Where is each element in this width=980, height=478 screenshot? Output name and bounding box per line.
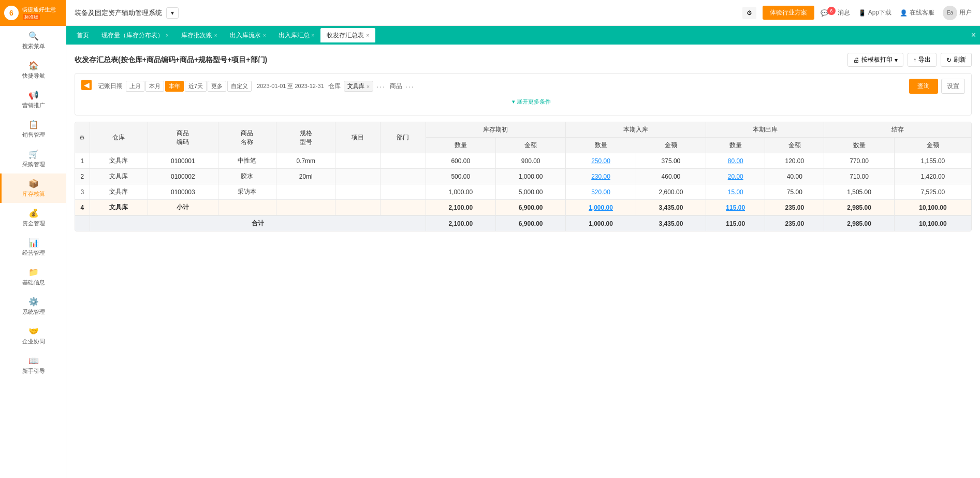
date-btn-7days[interactable]: 近7天 bbox=[185, 81, 207, 92]
sidebar-item-newbie[interactable]: 📖 新手引导 bbox=[0, 351, 66, 380]
sidebar-item-sales[interactable]: 📋 销售管理 bbox=[0, 114, 66, 144]
tab-batch-ledger-close[interactable]: × bbox=[214, 33, 217, 38]
logo-icon: 6 bbox=[4, 6, 19, 20]
sidebar-item-quicknav[interactable]: 🏠 快捷导航 bbox=[0, 55, 66, 85]
filter-toggle-button[interactable]: ◀ bbox=[81, 80, 92, 90]
app-download-action[interactable]: 📱 App下载 bbox=[858, 8, 891, 17]
date-btn-custom[interactable]: 自定义 bbox=[227, 81, 252, 92]
row2-bal-amt: 1,420.00 bbox=[894, 169, 971, 184]
warehouse-tag-label: 文具库 bbox=[347, 82, 364, 90]
export-button[interactable]: ↑ 导出 bbox=[908, 53, 937, 67]
row3-bal-amt: 7,525.00 bbox=[894, 184, 971, 200]
warehouse-more[interactable]: ··· bbox=[376, 82, 386, 91]
system-icon: ⚙️ bbox=[28, 297, 39, 307]
tab-inventory-dist-label: 现存量（库存分布表） bbox=[101, 31, 164, 40]
expand-conditions-button[interactable]: ▾ 展开更多条件 bbox=[512, 98, 551, 106]
row3-out-qty[interactable]: 15.00 bbox=[706, 184, 765, 200]
total-out-qty: 115.00 bbox=[706, 215, 765, 231]
row2-out-qty[interactable]: 20.00 bbox=[706, 169, 765, 184]
row3-in-qty-link[interactable]: 520.00 bbox=[591, 189, 610, 196]
date-btn-this-month[interactable]: 本月 bbox=[145, 81, 164, 92]
tab-summary-close[interactable]: × bbox=[312, 33, 315, 38]
sidebar-item-base[interactable]: 📁 基础信息 bbox=[0, 262, 66, 292]
sidebar-item-inventory[interactable]: 📦 库存核算 bbox=[0, 173, 66, 203]
tab-batch-ledger[interactable]: 库存批次账 × bbox=[175, 28, 224, 42]
date-btn-more[interactable]: 更多 bbox=[208, 81, 226, 92]
tab-inventory-dist[interactable]: 现存量（库存分布表） × bbox=[95, 28, 175, 42]
page-actions: 🖨 按模板打印 ▾ ↑ 导出 ↻ 刷新 bbox=[847, 53, 972, 67]
row2-out-amt: 40.00 bbox=[765, 169, 824, 184]
sidebar-item-finance[interactable]: 💰 资金管理 bbox=[0, 203, 66, 233]
date-filter-label: 记账日期 bbox=[98, 82, 123, 91]
tab-flow-label: 出入库流水 bbox=[230, 31, 261, 40]
filter-settings-button[interactable]: 设置 bbox=[941, 79, 965, 94]
online-service-label: 在线客服 bbox=[910, 8, 934, 17]
row1-in-qty-link[interactable]: 250.00 bbox=[591, 157, 610, 165]
goods-more[interactable]: ··· bbox=[405, 82, 415, 91]
subtotal-bal-qty: 2,985.00 bbox=[824, 200, 894, 216]
demo-button[interactable]: 体验行业方案 bbox=[763, 6, 814, 20]
col-opening-header: 库存期初 bbox=[426, 122, 566, 138]
tab-receipt-summary[interactable]: 收发存汇总表 × bbox=[320, 28, 375, 42]
col-in-qty-header: 数量 bbox=[566, 138, 636, 153]
user-action[interactable]: Ea 用户 bbox=[943, 6, 972, 20]
row3-open-qty: 1,000.00 bbox=[426, 184, 495, 200]
row1-out-qty-link[interactable]: 80.00 bbox=[728, 157, 743, 165]
row1-in-qty[interactable]: 250.00 bbox=[566, 153, 636, 169]
main-area: 装备及固定资产辅助管理系统 ▾ ⚙ 体验行业方案 💬 6 消息 📱 App下载 … bbox=[66, 0, 980, 478]
sidebar-item-operations[interactable]: 📊 经营管理 bbox=[0, 233, 66, 262]
sidebar-item-enterprise[interactable]: 🤝 企业协同 bbox=[0, 321, 66, 351]
subtotal-out-qty-link[interactable]: 115.00 bbox=[726, 204, 745, 211]
col-out-amt-header: 金额 bbox=[765, 138, 824, 153]
date-btn-last-month[interactable]: 上月 bbox=[126, 81, 144, 92]
settings-button[interactable]: ⚙ bbox=[742, 7, 756, 19]
row2-out-qty-link[interactable]: 20.00 bbox=[728, 173, 743, 180]
date-btn-this-year[interactable]: 本年 bbox=[165, 81, 184, 92]
col-open-qty-header: 数量 bbox=[426, 138, 495, 153]
col-balance-header: 结存 bbox=[824, 122, 971, 138]
subtotal-in-qty-link[interactable]: 1,000.00 bbox=[589, 204, 613, 211]
subtotal-in-qty[interactable]: 1,000.00 bbox=[566, 200, 636, 216]
filter-group-date: 记账日期 上月 本月 本年 近7天 更多 自定义 2023-01-01 至 20… bbox=[98, 81, 324, 92]
sidebar-item-search[interactable]: 🔍 搜索菜单 bbox=[0, 26, 66, 55]
row3-in-qty[interactable]: 520.00 bbox=[566, 184, 636, 200]
total-open-amt: 6,900.00 bbox=[495, 215, 565, 231]
row2-open-qty: 500.00 bbox=[426, 169, 495, 184]
tab-home[interactable]: 首页 bbox=[70, 28, 95, 42]
topbar-actions: 💬 6 消息 📱 App下载 👤 在线客服 Ea 用户 bbox=[821, 6, 972, 20]
newbie-icon: 📖 bbox=[28, 356, 39, 366]
col-settings-header[interactable]: ⚙ bbox=[75, 122, 90, 153]
online-service-action[interactable]: 👤 在线客服 bbox=[900, 8, 934, 17]
close-all-tabs[interactable]: × bbox=[971, 31, 976, 40]
subtotal-out-qty[interactable]: 115.00 bbox=[706, 200, 765, 216]
content-area: 收发存汇总表(按仓库+商品编码+商品+规格型号+项目+部门) 🖨 按模板打印 ▾… bbox=[66, 45, 980, 478]
row2-bal-qty: 710.00 bbox=[824, 169, 894, 184]
row3-in-amt: 2,600.00 bbox=[636, 184, 706, 200]
tab-receipt-summary-close[interactable]: × bbox=[366, 33, 369, 38]
row3-out-qty-link[interactable]: 15.00 bbox=[728, 189, 743, 196]
tab-flow[interactable]: 出入库流水 × bbox=[224, 28, 272, 42]
col-open-amt-header: 金额 bbox=[495, 138, 565, 153]
refresh-icon: ↻ bbox=[946, 56, 952, 64]
finance-icon: 💰 bbox=[28, 208, 39, 218]
row1-code: 0100001 bbox=[148, 153, 218, 169]
warehouse-tag-close[interactable]: × bbox=[367, 83, 370, 90]
sidebar-item-purchase[interactable]: 🛒 采购管理 bbox=[0, 144, 66, 173]
message-action[interactable]: 💬 6 消息 bbox=[821, 8, 850, 17]
system-dropdown[interactable]: ▾ bbox=[166, 7, 179, 19]
tab-inventory-dist-close[interactable]: × bbox=[166, 33, 169, 38]
query-button[interactable]: 查询 bbox=[909, 79, 938, 94]
sidebar-item-marketing[interactable]: 📢 营销推广 bbox=[0, 85, 66, 114]
refresh-button[interactable]: ↻ 刷新 bbox=[941, 53, 972, 67]
tab-summary[interactable]: 出入库汇总 × bbox=[272, 28, 321, 42]
data-table-container: ⚙ 仓库 商品编码 商品名称 规格型号 项目 部门 库存期初 本期入库 本期出库… bbox=[75, 122, 972, 231]
row3-dept bbox=[381, 184, 426, 200]
row3-bal-qty: 1,505.00 bbox=[824, 184, 894, 200]
print-button[interactable]: 🖨 按模板打印 ▾ bbox=[847, 53, 903, 67]
row2-in-qty[interactable]: 230.00 bbox=[566, 169, 636, 184]
row2-in-qty-link[interactable]: 230.00 bbox=[591, 173, 610, 180]
tab-flow-close[interactable]: × bbox=[263, 33, 266, 38]
total-label: 合计 bbox=[90, 215, 426, 231]
row1-out-qty[interactable]: 80.00 bbox=[706, 153, 765, 169]
sidebar-item-system[interactable]: ⚙️ 系统管理 bbox=[0, 292, 66, 321]
